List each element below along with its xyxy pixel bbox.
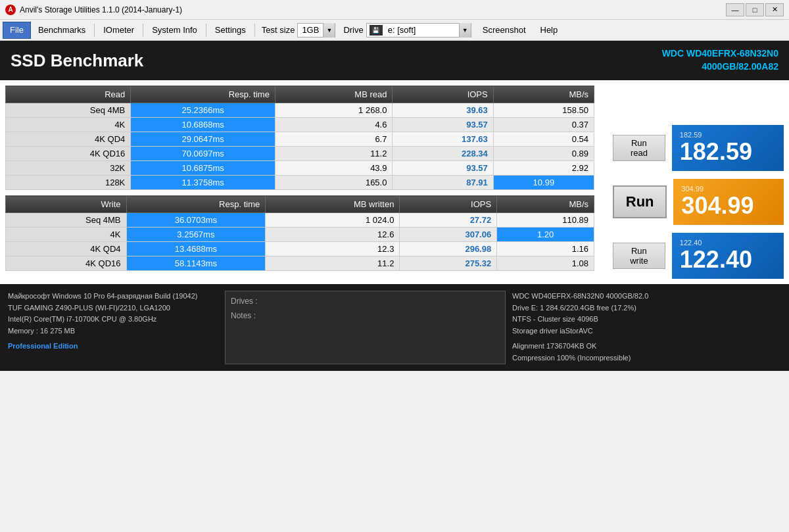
drive-icon: 💾 — [370, 25, 383, 36]
sys-line2: TUF GAMING Z490-PLUS (WI-FI)/2210, LGA12… — [8, 302, 218, 314]
write-row-label: Seq 4MB — [6, 213, 127, 228]
read-mb: 11.2 — [275, 147, 393, 161]
menu-benchmarks[interactable]: Benchmarks — [31, 22, 93, 39]
drive-dropdown[interactable]: 💾 e: [soft] ▼ — [366, 23, 471, 37]
read-iops: 137.63 — [393, 132, 493, 147]
menu-divider-2 — [143, 24, 143, 37]
test-size-dropdown[interactable]: 1GB ▼ — [297, 23, 335, 37]
read-col-iops: IOPS — [393, 86, 493, 103]
drive-info-line3: NTFS - Cluster size 4096B — [512, 314, 781, 326]
footer-sys-info: Майкрософт Windows 10 Pro 64-разрядная B… — [8, 291, 218, 364]
run-button[interactable]: Run — [613, 185, 667, 218]
write-col-mbs: MB/s — [497, 196, 594, 213]
read-resp-time: 10.6875ms — [131, 161, 275, 176]
menu-divider-4 — [254, 24, 255, 37]
run-read-button[interactable]: Run read — [613, 135, 665, 161]
read-resp-time: 10.6868ms — [131, 118, 275, 132]
minimize-button[interactable]: — — [726, 3, 744, 16]
write-table-row: 4K QD1658.1143ms11.2275.321.08 — [6, 256, 594, 271]
read-score-value: 182.59 — [680, 139, 776, 165]
write-mb: 11.2 — [266, 256, 400, 271]
write-col-iops: IOPS — [400, 196, 497, 213]
menu-help[interactable]: Help — [533, 22, 565, 39]
drive-value: e: [soft] — [385, 25, 459, 35]
read-table-row: 32K10.6875ms43.993.572.92 — [6, 161, 594, 176]
write-col-resp: Resp. time — [126, 196, 266, 213]
close-button[interactable]: ✕ — [765, 3, 784, 16]
read-table-row: 4K10.6868ms4.693.570.37 — [6, 118, 594, 132]
menu-divider-1 — [94, 24, 95, 37]
write-iops: 296.98 — [400, 242, 497, 256]
read-iops: 87.91 — [393, 176, 493, 190]
sys-line4: Memory : 16 275 MB — [8, 326, 218, 337]
read-table: Read Resp. time MB read IOPS MB/s Seq 4M… — [5, 85, 594, 190]
test-size-arrow[interactable]: ▼ — [323, 23, 335, 37]
footer-drive-info: WDC WD40EFRX-68N32N0 4000GB/82.0 Drive E… — [512, 291, 781, 364]
maximize-button[interactable]: □ — [746, 3, 764, 16]
read-table-row: 4K QD429.0647ms6.7137.630.54 — [6, 132, 594, 147]
total-score-box: 304.99 304.99 — [673, 179, 784, 225]
read-mbs: 158.50 — [493, 103, 594, 118]
app-title: SSD Benchmark — [11, 51, 143, 71]
read-col-resp: Resp. time — [131, 86, 275, 103]
write-mbs: 1.08 — [497, 256, 594, 271]
read-mbs: 0.37 — [493, 118, 594, 132]
drive-info-line1: WDC WD40EFRX-68N32N0 4000GB/82.0 — [512, 291, 781, 302]
drive-info-line4: Storage driver iaStorAVC — [512, 326, 781, 337]
write-table-row: 4K3.2567ms12.6307.061.20 — [6, 228, 594, 242]
read-resp-time: 25.2366ms — [131, 103, 275, 118]
menu-iometer[interactable]: IOmeter — [96, 22, 141, 39]
menu-settings[interactable]: Settings — [208, 22, 253, 39]
sys-line1: Майкрософт Windows 10 Pro 64-разрядная B… — [8, 291, 218, 302]
write-row-label: 4K QD4 — [6, 242, 127, 256]
read-col-mb: MB read — [275, 86, 393, 103]
drive-info-line7: Compression 100% (Incompressible) — [512, 352, 781, 364]
drive-label: Drive — [343, 25, 363, 35]
read-iops: 228.34 — [393, 147, 493, 161]
read-mb: 4.6 — [275, 118, 393, 132]
write-table-row: 4K QD413.4688ms12.3296.981.16 — [6, 242, 594, 256]
run-write-button[interactable]: Run write — [613, 243, 665, 269]
write-mb: 12.6 — [266, 228, 400, 242]
drive-arrow[interactable]: ▼ — [459, 23, 471, 37]
write-row-label: 4K QD16 — [6, 256, 127, 271]
notes-notes: Notes : — [231, 311, 500, 320]
run-read-row: Run read 182.59 182.59 — [600, 125, 784, 171]
menu-screenshot[interactable]: Screenshot — [475, 22, 533, 39]
pro-edition: Professional Edition — [8, 341, 218, 352]
read-mbs: 2.92 — [493, 161, 594, 176]
read-mbs: 0.89 — [493, 147, 594, 161]
write-mbs: 1.16 — [497, 242, 594, 256]
read-col-mbs: MB/s — [493, 86, 594, 103]
notes-drives: Drives : — [231, 297, 500, 306]
footer: Майкрософт Windows 10 Pro 64-разрядная B… — [0, 284, 789, 371]
tables-section: Read Resp. time MB read IOPS MB/s Seq 4M… — [5, 85, 594, 279]
write-resp-time: 36.0703ms — [126, 213, 266, 228]
read-table-row: Seq 4MB25.2366ms1 268.039.63158.50 — [6, 103, 594, 118]
read-iops: 39.63 — [393, 103, 493, 118]
write-resp-time: 3.2567ms — [126, 228, 266, 242]
footer-notes[interactable]: Drives : Notes : — [225, 291, 506, 364]
write-resp-time: 13.4688ms — [126, 242, 266, 256]
write-iops: 307.06 — [400, 228, 497, 242]
read-resp-time: 70.0697ms — [131, 147, 275, 161]
sys-line3: Intel(R) Core(TM) i7-10700K CPU @ 3.80GH… — [8, 314, 218, 326]
main-content: Read Resp. time MB read IOPS MB/s Seq 4M… — [0, 80, 789, 284]
window-title: Anvil's Storage Utilities 1.1.0 (2014-Ja… — [20, 5, 726, 14]
menu-system-info[interactable]: System Info — [145, 22, 204, 39]
write-score-box: 122.40 122.40 — [672, 233, 784, 279]
read-table-row: 4K QD1670.0697ms11.2228.340.89 — [6, 147, 594, 161]
drive-info-line6: Alignment 1736704KB OK — [512, 341, 781, 352]
run-total-row: Run 304.99 304.99 — [600, 179, 784, 225]
menu-file[interactable]: File — [3, 22, 31, 39]
write-resp-time: 58.1143ms — [126, 256, 266, 271]
write-iops: 275.32 — [400, 256, 497, 271]
header-drive-spec: 4000GB/82.00A82 — [662, 60, 778, 74]
header-drive-info: WDC WD40EFRX-68N32N0 4000GB/82.00A82 — [662, 47, 778, 73]
window-controls: — □ ✕ — [726, 3, 784, 16]
read-row-label: 128K — [6, 176, 131, 190]
read-row-label: 4K — [6, 118, 131, 132]
title-bar: A Anvil's Storage Utilities 1.1.0 (2014-… — [0, 0, 789, 20]
read-mb: 43.9 — [275, 161, 393, 176]
test-size-value: 1GB — [298, 25, 323, 35]
